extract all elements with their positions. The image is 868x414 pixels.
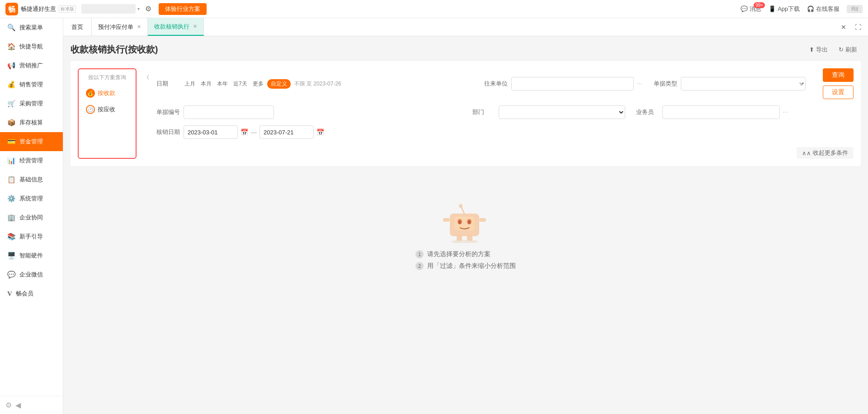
filter-field-partner: 往来单位 ··· — [484, 77, 643, 90]
tab-receivable[interactable]: 收款核销执行 ✕ — [148, 18, 204, 36]
filter-field-verify-date: 核销日期 📅 — 📅 — [156, 125, 854, 139]
service-item[interactable]: 🎧 在线客服 — [807, 5, 840, 13]
date-btn-this-month[interactable]: 本月 — [199, 79, 213, 89]
filter-sidebar-title: 按以下方案查询 — [82, 74, 132, 81]
page-actions: ⬆ 导出 ↻ 刷新 — [806, 44, 861, 56]
sidebar-item-system[interactable]: ⚙️ 系统管理 — [0, 189, 63, 208]
staff-input[interactable] — [662, 105, 780, 119]
sidebar-label-sales: 销售管理 — [19, 81, 43, 89]
sidebar-item-inventory[interactable]: 📦 库存核算 — [0, 113, 63, 132]
doctype-select[interactable] — [681, 77, 806, 90]
sidebar-item-member[interactable]: V 畅会员 — [0, 284, 63, 303]
marketing-icon: 📢 — [7, 62, 16, 70]
filter-option-receipt-label: 按收款 — [98, 89, 115, 97]
logo-badge: 标准版 — [59, 5, 76, 13]
dept-wrap — [499, 105, 625, 119]
sidebar-label-inventory: 库存核算 — [19, 119, 43, 127]
export-button[interactable]: ⬆ 导出 — [806, 44, 831, 56]
partner-input[interactable] — [511, 77, 634, 90]
sidebar-item-marketing[interactable]: 📢 营销推广 — [0, 56, 63, 75]
svg-line-12 — [461, 207, 464, 214]
sidebar-item-hardware[interactable]: 🖥️ 智能硬件 — [0, 246, 63, 265]
empty-hint-2: 2 用「过滤」条件来缩小分析范围 — [415, 262, 516, 270]
user-display[interactable]: Rit — [847, 5, 863, 13]
collapse-panel-button[interactable]: 《 — [142, 68, 151, 86]
sidebar-item-enterprise[interactable]: 🏢 企业协同 — [0, 208, 63, 227]
tab-prepay-close-icon[interactable]: ✕ — [137, 24, 141, 30]
date-buttons: 上月 本月 本年 近7天 更多 自定义 — [183, 79, 291, 89]
date-btn-7days[interactable]: 近7天 — [231, 79, 249, 89]
topbar-right: 💬 消息 99+ 📱 App下载 🎧 在线客服 Rit — [741, 5, 863, 13]
sidebar-bottom: ⚙ ◀ — [0, 396, 63, 414]
tab-prepay[interactable]: 预付冲应付单 ✕ — [92, 18, 148, 36]
filter-option-receipt[interactable]: 💰 按收款 — [82, 86, 132, 100]
docno-input[interactable] — [184, 105, 274, 119]
empty-hint-1-text: 请先选择要分析的方案 — [427, 250, 491, 258]
filter-option-receivable-label: 按应收 — [98, 105, 115, 114]
sidebar-item-guide[interactable]: 📚 新手引导 — [0, 227, 63, 246]
guide-icon: 📚 — [7, 233, 16, 241]
sidebar-item-sales[interactable]: 💰 销售管理 — [0, 75, 63, 94]
finance-icon: 💳 — [7, 138, 16, 146]
service-icon: 🎧 — [807, 5, 814, 12]
home-icon: 🏠 — [7, 43, 16, 51]
sidebar-item-wechat[interactable]: 💬 企业微信 — [0, 265, 63, 284]
verify-date-start-calendar-icon[interactable]: 📅 — [241, 128, 248, 136]
sidebar-item-search[interactable]: 🔍 搜索菜单 — [0, 18, 63, 37]
staff-dots-icon[interactable]: ··· — [783, 108, 788, 116]
date-label: 日期 — [156, 80, 179, 88]
sidebar-item-operation[interactable]: 📊 经营管理 — [0, 151, 63, 170]
dept-label: 部门 — [472, 108, 495, 116]
sidebar-item-finance[interactable]: 💳 资金管理 — [0, 132, 63, 151]
tab-home[interactable]: 首页 — [63, 18, 92, 36]
partner-label: 往来单位 — [484, 80, 508, 88]
export-label: 导出 — [816, 46, 828, 54]
sidebar-label-quicknav: 快捷导航 — [19, 43, 43, 51]
refresh-button[interactable]: ↻ 刷新 — [835, 44, 861, 56]
date-btn-custom[interactable]: 自定义 — [267, 79, 291, 89]
verify-date-range: 📅 — 📅 — [184, 125, 324, 139]
sidebar-item-basic[interactable]: 📋 基础信息 — [0, 170, 63, 189]
date-btn-this-year[interactable]: 本年 — [215, 79, 230, 89]
staff-input-wrap: ··· — [662, 105, 789, 119]
operation-icon: 📊 — [7, 157, 16, 165]
verify-date-start-input[interactable] — [184, 125, 238, 139]
filter-field-date: 日期 上月 本月 本年 近7天 更多 自定义 不限 至 2023-07-26 — [156, 79, 473, 89]
gear-icon[interactable]: ⚙ — [145, 5, 151, 13]
dept-select[interactable] — [499, 105, 625, 119]
setting-button[interactable]: 设置 — [823, 86, 854, 99]
staff-label: 业务员 — [636, 108, 659, 116]
tab-receivable-close-icon[interactable]: ✕ — [193, 24, 197, 29]
empty-illustration — [436, 193, 495, 243]
sidebar-item-purchase[interactable]: 🛒 采购管理 — [0, 94, 63, 113]
app-download-item[interactable]: 📱 App下载 — [769, 5, 800, 13]
message-item[interactable]: 💬 消息 99+ — [741, 5, 761, 13]
partner-dots-icon[interactable]: ··· — [637, 80, 642, 88]
date-btn-last-month[interactable]: 上月 — [183, 79, 197, 89]
collapse-more-label: 收起更多条件 — [813, 149, 848, 157]
system-icon: ⚙️ — [7, 195, 16, 203]
filter-field-dept: 部门 — [472, 105, 625, 119]
tab-expand-icon[interactable]: ⛶ — [852, 21, 864, 33]
sidebar-item-quicknav[interactable]: 🏠 快捷导航 — [0, 37, 63, 56]
verify-date-end-input[interactable] — [259, 125, 314, 139]
filter-row-2: 单据编号 部门 — [156, 105, 854, 119]
message-badge: 99+ — [754, 2, 765, 8]
collapse-more-button[interactable]: ∧∧ 收起更多条件 — [797, 147, 854, 159]
empty-hint-2-text: 用「过滤」条件来缩小分析范围 — [427, 262, 516, 270]
date-btn-more[interactable]: 更多 — [251, 79, 265, 89]
sidebar-label-wechat: 企业微信 — [19, 271, 43, 279]
sidebar-label-search: 搜索菜单 — [19, 24, 43, 32]
filter-actions: 查询 设置 — [823, 68, 854, 99]
topbar: 畅 畅捷通好生意 标准版 ▾ ⚙ 体验行业方案 💬 消息 99+ 📱 App下载… — [0, 0, 868, 18]
filter-option-receivable[interactable]: 🕐 按应收 — [82, 102, 132, 117]
svg-point-6 — [458, 220, 461, 224]
query-button[interactable]: 查询 — [823, 68, 854, 82]
collapse-sidebar-icon[interactable]: ◀ — [15, 401, 21, 409]
solution-button[interactable]: 体验行业方案 — [159, 3, 207, 15]
page-title: 收款核销执行(按收款) — [71, 43, 158, 56]
verify-date-end-calendar-icon[interactable]: 📅 — [316, 128, 324, 136]
settings-bottom-icon[interactable]: ⚙ — [5, 401, 12, 409]
tab-close-all-icon[interactable]: ✕ — [837, 21, 850, 33]
account-selector[interactable]: ▾ — [81, 4, 140, 14]
